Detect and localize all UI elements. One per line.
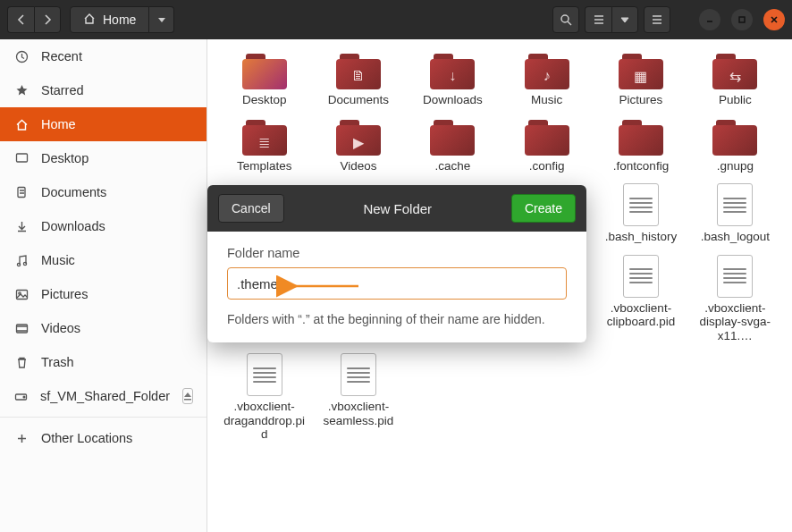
create-button[interactable]: Create: [511, 194, 576, 223]
folder-name-label: Folder name: [227, 246, 567, 260]
annotation-arrow: [287, 277, 358, 295]
dialog-backdrop: Cancel New Folder Create Folder name Fol…: [0, 0, 792, 532]
dialog-hint: Folders with “.” at the beginning of the…: [227, 312, 567, 326]
new-folder-dialog: Cancel New Folder Create Folder name Fol…: [207, 185, 586, 342]
cancel-button[interactable]: Cancel: [218, 194, 284, 223]
folder-name-input[interactable]: [227, 267, 567, 300]
dialog-title: New Folder: [363, 201, 432, 216]
